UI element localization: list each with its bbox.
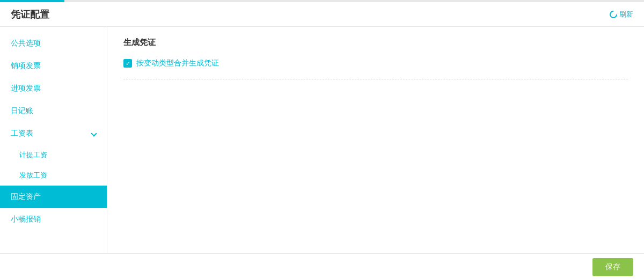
- save-button[interactable]: 保存: [592, 258, 633, 276]
- sidebar-item-calc-payroll[interactable]: 计提工资: [0, 145, 107, 165]
- refresh-button[interactable]: 刷新: [610, 10, 633, 19]
- main-content: 生成凭证 ✓ 按变动类型合并生成凭证: [107, 27, 644, 253]
- page-wrapper: 凭证配置 刷新 公共选项 销项发票 进项发票 日记账 工资表: [0, 0, 644, 280]
- checkbox-wrapper[interactable]: ✓ 按变动类型合并生成凭证: [123, 58, 219, 68]
- page-title: 凭证配置: [11, 8, 49, 21]
- sidebar-item-journal[interactable]: 日记账: [0, 100, 107, 122]
- sidebar-item-label: 日记账: [11, 106, 33, 116]
- top-nav-active: [0, 0, 64, 2]
- sidebar-item-label: 计提工资: [19, 151, 47, 159]
- footer: 保存: [0, 253, 644, 280]
- sidebar-item-expense-report[interactable]: 小畅报销: [0, 208, 107, 231]
- sidebar-item-label: 发放工资: [19, 171, 47, 179]
- checkbox-label: 按变动类型合并生成凭证: [136, 58, 219, 68]
- merge-checkbox[interactable]: ✓: [123, 59, 132, 68]
- form-row: ✓ 按变动类型合并生成凭证: [123, 58, 628, 68]
- refresh-icon: [608, 9, 619, 20]
- divider: [123, 79, 628, 79]
- header: 凭证配置 刷新: [0, 2, 644, 27]
- check-mark: ✓: [126, 61, 130, 67]
- sidebar: 公共选项 销项发票 进项发票 日记账 工资表 计提工资 发放工资 固定资产: [0, 27, 107, 253]
- sidebar-item-public-options[interactable]: 公共选项: [0, 32, 107, 55]
- chevron-down-icon: [91, 130, 97, 136]
- sidebar-item-sales-invoice[interactable]: 销项发票: [0, 55, 107, 77]
- sidebar-item-payroll[interactable]: 工资表: [0, 122, 107, 145]
- body: 公共选项 销项发票 进项发票 日记账 工资表 计提工资 发放工资 固定资产: [0, 27, 644, 253]
- sidebar-item-label: 小畅报销: [11, 215, 41, 224]
- sidebar-item-label: 固定资产: [11, 192, 41, 202]
- sidebar-item-purchase-invoice[interactable]: 进项发票: [0, 77, 107, 100]
- sidebar-item-label: 公共选项: [11, 39, 41, 48]
- sidebar-item-fixed-assets[interactable]: 固定资产: [0, 186, 107, 208]
- sidebar-item-label: 销项发票: [11, 61, 41, 71]
- sidebar-item-label: 进项发票: [11, 84, 41, 93]
- top-nav: [0, 0, 644, 2]
- sidebar-item-pay-payroll[interactable]: 发放工资: [0, 165, 107, 186]
- section-title: 生成凭证: [123, 38, 628, 48]
- refresh-label: 刷新: [619, 10, 633, 19]
- sidebar-item-label: 工资表: [11, 129, 33, 138]
